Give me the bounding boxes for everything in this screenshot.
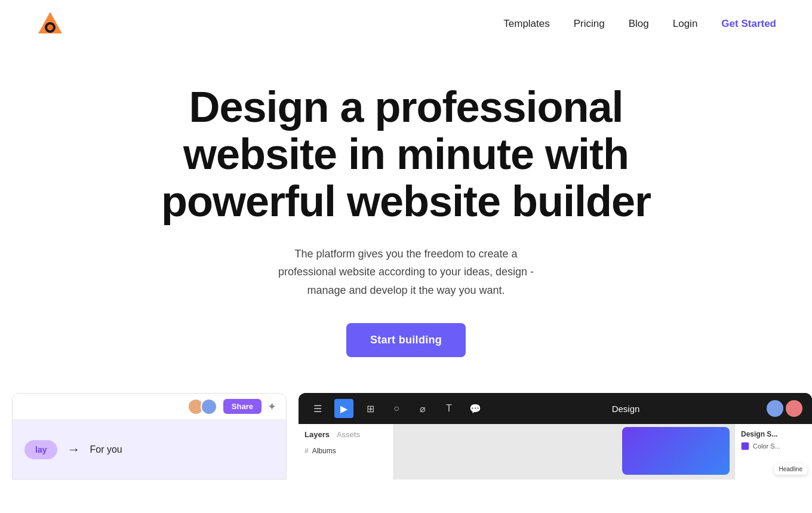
design-label: Design <box>492 404 759 414</box>
screenshot-left-bar: Share ✦ <box>13 394 286 420</box>
layer-item-albums: # Albums <box>304 445 387 457</box>
design-section-title: Design S... <box>741 430 806 438</box>
navbar: Templates Pricing Blog Login Get Started <box>0 0 812 48</box>
svg-point-2 <box>47 24 53 30</box>
pill-label: lay <box>24 440 57 459</box>
toolbar-comment-icon[interactable]: 💬 <box>466 399 485 418</box>
toolbar-cursor-icon[interactable]: ▶ <box>334 399 353 418</box>
layer-albums-label: Albums <box>312 447 336 455</box>
screenshot-left-content: lay → For you <box>13 420 286 479</box>
color-row: Color S... <box>741 442 806 450</box>
nav-get-started[interactable]: Get Started <box>721 18 776 30</box>
for-you-label: For you <box>90 444 122 455</box>
color-swatch <box>741 442 749 450</box>
avatar-2 <box>201 398 217 415</box>
toolbar-pen-icon[interactable]: ⌀ <box>413 399 432 418</box>
layer-hash-icon: # <box>304 447 309 455</box>
editor-avatar-2 <box>786 400 802 417</box>
layers-panel: Layers Assets # Albums <box>299 424 394 480</box>
avatar-group <box>187 398 217 415</box>
share-button[interactable]: Share <box>223 399 262 414</box>
nav-blog[interactable]: Blog <box>629 18 649 30</box>
editor-avatars <box>767 400 802 417</box>
nav-links: Templates Pricing Blog Login Get Started <box>503 18 776 30</box>
canvas-card <box>622 427 730 475</box>
nav-login[interactable]: Login <box>673 18 698 30</box>
toolbar-text-icon[interactable]: T <box>439 399 459 418</box>
layers-tabs: Layers Assets <box>304 430 387 439</box>
screenshot-left: Share ✦ lay → For you <box>12 393 287 480</box>
color-label: Color S... <box>753 443 780 450</box>
hero-title: Design a professional website in minute … <box>137 84 675 226</box>
hero-subtitle: The platform gives you the freedom to cr… <box>269 245 543 300</box>
screenshots-section: Share ✦ lay → For you ☰ ▶ ⊞ ○ ⌀ T 💬 Desi… <box>0 393 812 492</box>
design-panel: Design S... Color S... Headline <box>734 424 812 480</box>
toolbar-frame-icon[interactable]: ⊞ <box>361 399 380 418</box>
screenshot-right: ☰ ▶ ⊞ ○ ⌀ T 💬 Design Layers <box>299 393 812 480</box>
logo-icon <box>36 10 64 38</box>
star-icon: ✦ <box>267 400 276 413</box>
assets-tab[interactable]: Assets <box>337 430 360 439</box>
layers-tab[interactable]: Layers <box>304 430 330 439</box>
toolbar-hamburger-icon[interactable]: ☰ <box>308 399 327 418</box>
headline-card: Headline <box>774 463 807 475</box>
editor-toolbar: ☰ ▶ ⊞ ○ ⌀ T 💬 Design <box>299 393 812 424</box>
hero-section: Design a professional website in minute … <box>0 48 812 381</box>
toolbar-circle-icon[interactable]: ○ <box>387 399 406 418</box>
start-building-button[interactable]: Start building <box>346 323 466 357</box>
canvas-area <box>394 424 734 480</box>
logo[interactable] <box>36 10 64 38</box>
nav-templates[interactable]: Templates <box>503 18 549 30</box>
editor-body: Layers Assets # Albums Design S... Color… <box>299 424 812 480</box>
arrow-icon: → <box>67 442 80 457</box>
editor-avatar-1 <box>767 400 783 417</box>
nav-pricing[interactable]: Pricing <box>574 18 605 30</box>
